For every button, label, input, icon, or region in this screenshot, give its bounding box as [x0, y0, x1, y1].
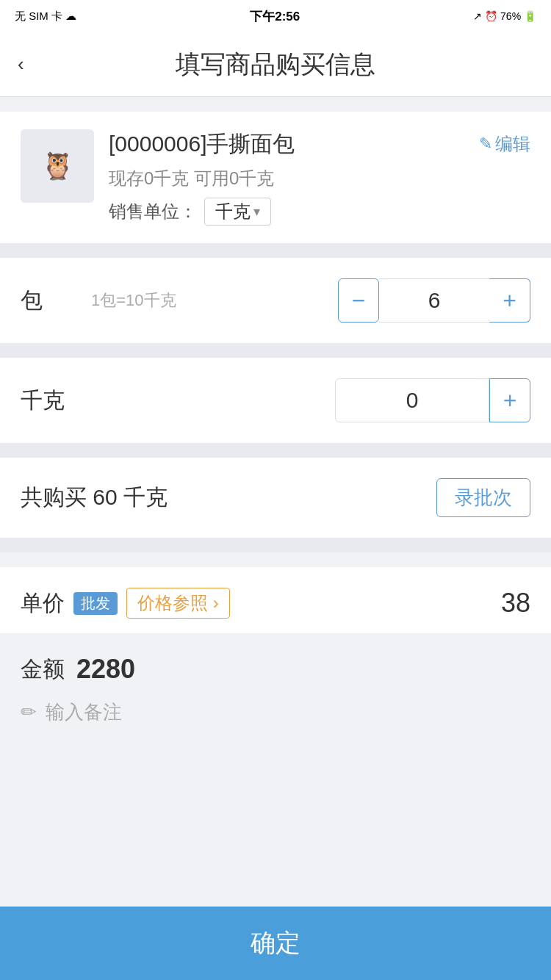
bag-hint: 1包=10千克	[91, 289, 326, 311]
divider-3	[0, 443, 551, 458]
price-ref-button[interactable]: 价格参照 ›	[126, 588, 230, 619]
product-thumbnail: 🦉	[21, 129, 94, 203]
chevron-down-icon: ▾	[253, 203, 260, 220]
batch-button[interactable]: 录批次	[436, 478, 530, 517]
amount-section: 金额 2280 ✏ 输入备注	[0, 633, 551, 737]
bag-input-row: 包 1包=10千克 − +	[21, 258, 530, 343]
bag-label: 包	[21, 286, 79, 316]
unit-label: 销售单位：	[109, 200, 197, 223]
status-bar: 无 SIM 卡 ☁ 下午2:56 ↗ ⏰ 76% 🔋	[0, 0, 551, 32]
product-unit-row: 销售单位： 千克 ▾	[109, 198, 530, 226]
back-button[interactable]: ‹	[18, 53, 24, 76]
amount-row: 金额 2280	[21, 654, 530, 685]
product-name: [0000006]手撕面包	[109, 129, 530, 159]
unit-select[interactable]: 千克 ▾	[204, 198, 271, 226]
kg-input-section: 千克 +	[0, 358, 551, 443]
pencil-icon: ✏	[21, 701, 37, 724]
battery-label: ↗ ⏰ 76% 🔋	[473, 10, 536, 22]
bag-qty-control: − +	[338, 278, 530, 323]
kg-label: 千克	[21, 386, 79, 416]
price-section: 单价 批发 价格参照 › 38	[0, 567, 551, 633]
kg-plus-button[interactable]: +	[489, 378, 530, 422]
bag-plus-button[interactable]: +	[489, 278, 530, 323]
amount-value: 2280	[76, 654, 135, 685]
kg-input-row: 千克 +	[21, 358, 530, 443]
product-thumb-icon: 🦉	[41, 151, 74, 181]
edit-icon: ✎	[479, 134, 492, 154]
nav-bar: ‹ 填写商品购买信息	[0, 32, 551, 97]
sim-label: 无 SIM 卡 ☁	[15, 10, 76, 24]
divider-4	[0, 538, 551, 552]
bag-input-section: 包 1包=10千克 − +	[0, 258, 551, 343]
price-label: 单价 批发 价格参照 ›	[21, 588, 230, 619]
bag-minus-button[interactable]: −	[338, 278, 379, 323]
summary-text: 共购买 60 千克	[21, 483, 168, 513]
product-stock: 现存0千克 可用0千克	[109, 167, 530, 190]
edit-button[interactable]: ✎ 编辑	[479, 132, 530, 156]
product-info: [0000006]手撕面包 现存0千克 可用0千克 销售单位： 千克 ▾	[109, 129, 530, 226]
bag-qty-input[interactable]	[379, 278, 489, 323]
divider-2	[0, 343, 551, 358]
page-title: 填写商品购买信息	[176, 48, 375, 82]
divider-1	[0, 243, 551, 258]
product-card: 🦉 [0000006]手撕面包 现存0千克 可用0千克 销售单位： 千克 ▾ ✎…	[0, 112, 551, 243]
summary-section: 共购买 60 千克 录批次	[0, 458, 551, 538]
note-row[interactable]: ✏ 输入备注	[21, 699, 530, 725]
note-placeholder: 输入备注	[46, 699, 122, 725]
price-value: 38	[501, 588, 530, 619]
summary-row: 共购买 60 千克 录批次	[21, 458, 530, 538]
kg-qty-control: +	[335, 378, 530, 422]
pifa-badge: 批发	[73, 592, 118, 615]
amount-label: 金额	[21, 655, 65, 685]
confirm-button[interactable]: 确定	[251, 926, 300, 960]
price-row: 单价 批发 价格参照 › 38	[21, 588, 530, 619]
status-time: 下午2:56	[250, 8, 300, 25]
kg-qty-input[interactable]	[335, 378, 489, 422]
status-left: 无 SIM 卡 ☁	[15, 10, 76, 24]
confirm-bar[interactable]: 确定	[0, 907, 551, 980]
status-right: ↗ ⏰ 76% 🔋	[473, 10, 536, 22]
